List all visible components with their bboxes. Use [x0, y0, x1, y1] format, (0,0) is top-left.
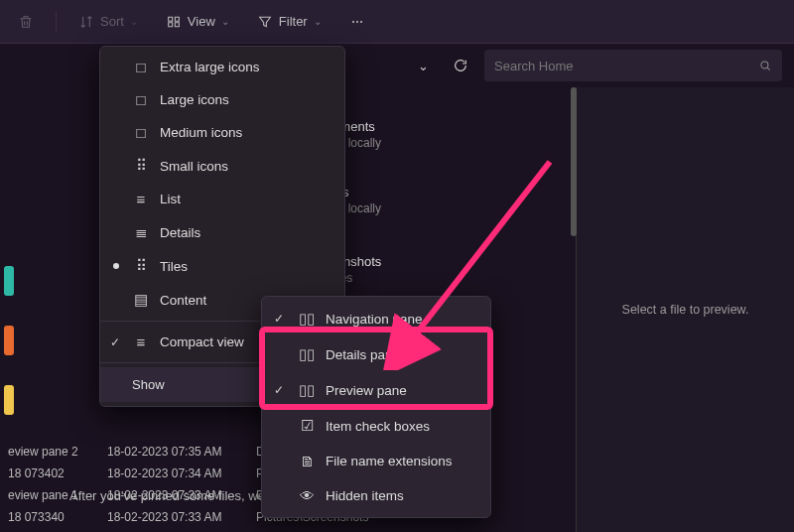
file-date: 18-02-2023 07:34 AM — [107, 466, 256, 480]
search-input[interactable] — [494, 59, 750, 73]
layout-icon: ⠿ — [132, 257, 150, 275]
compact-icon: ≡ — [132, 333, 150, 350]
view-option-medium-icons[interactable]: □Medium icons — [100, 116, 344, 149]
trash-icon — [18, 14, 34, 30]
show-option-preview-pane[interactable]: ✓▯▯Preview pane — [262, 372, 490, 408]
refresh-button[interactable] — [447, 52, 474, 79]
view-icon — [166, 14, 182, 30]
menu-item-label: Medium icons — [160, 125, 242, 140]
menu-item-label: Item check boxes — [326, 419, 430, 434]
file-name: 18 073340 — [8, 510, 107, 524]
file-icon: 🗎 — [298, 453, 316, 469]
svg-point-0 — [352, 20, 354, 22]
refresh-icon — [453, 58, 468, 73]
view-label: View — [188, 14, 215, 29]
filter-icon — [257, 14, 273, 30]
svg-point-1 — [356, 20, 358, 22]
layout-icon: ⠿ — [132, 157, 150, 175]
filter-button[interactable]: Filter ⌄ — [247, 8, 331, 36]
preview-empty-text: Select a file to preview. — [622, 303, 749, 317]
view-option-list[interactable]: ≡List — [100, 183, 344, 215]
show-option-navigation-pane[interactable]: ✓▯▯Navigation pane — [262, 301, 490, 336]
delete-button — [8, 8, 44, 36]
sort-label: Sort — [100, 14, 124, 29]
menu-item-label: Small icons — [160, 159, 228, 174]
svg-point-3 — [761, 62, 768, 68]
menu-item-label: List — [160, 192, 181, 206]
menu-item-label: Compact view — [160, 334, 244, 349]
layout-icon: ≣ — [132, 223, 150, 241]
chevron-down-icon: ⌄ — [221, 16, 229, 27]
file-date: 18-02-2023 07:35 AM — [107, 445, 256, 459]
checkbox-icon: ☑ — [298, 417, 316, 435]
chevron-down-icon: ⌄ — [314, 16, 322, 27]
view-option-large-icons[interactable]: □Large icons — [100, 83, 344, 116]
menu-item-label: Preview pane — [326, 383, 407, 398]
sidebar-item[interactable] — [4, 326, 14, 355]
check-icon: ✓ — [274, 312, 284, 326]
layout-icon: □ — [132, 59, 150, 75]
show-option-item-check-boxes[interactable]: ☑Item check boxes — [262, 408, 490, 444]
sidebar-tabs — [0, 266, 42, 415]
view-option-tiles[interactable]: ⠿Tiles — [100, 249, 344, 283]
view-button[interactable]: View ⌄ — [156, 8, 239, 36]
menu-item-label: Hidden items — [326, 488, 404, 503]
menu-item-label: Details pane — [326, 347, 400, 362]
toolbar: Sort ⌄ View ⌄ Filter ⌄ — [0, 0, 794, 44]
chevron-down-icon: ⌄ — [418, 59, 429, 73]
menu-item-label: Extra large icons — [160, 60, 260, 74]
pane-icon: ▯▯ — [298, 381, 316, 399]
sidebar-item[interactable] — [4, 385, 14, 415]
layout-icon: ≡ — [132, 191, 150, 207]
selected-bullet-icon — [113, 263, 119, 269]
more-button[interactable] — [339, 8, 375, 36]
file-date: 18-02-2023 07:33 AM — [107, 510, 256, 524]
preview-pane: Select a file to preview. — [576, 87, 794, 532]
recent-dropdown[interactable]: ⌄ — [409, 52, 437, 79]
eye-icon: 👁 — [298, 487, 316, 504]
check-icon: ✓ — [274, 383, 284, 397]
search-box[interactable] — [484, 50, 782, 81]
ellipsis-icon — [349, 14, 365, 30]
file-date: 18-02-2023 07:33 AM — [107, 488, 256, 502]
layout-icon: □ — [132, 91, 150, 108]
sort-button: Sort ⌄ — [68, 8, 148, 36]
menu-item-label: Navigation pane — [326, 312, 423, 327]
sort-icon — [78, 14, 94, 30]
scrollbar[interactable] — [571, 87, 577, 236]
show-option-file-name-extensions[interactable]: 🗎File name extensions — [262, 444, 490, 478]
menu-item-label: Details — [160, 225, 200, 240]
pane-icon: ▯▯ — [298, 345, 316, 363]
layout-icon: □ — [132, 124, 150, 141]
view-option-small-icons[interactable]: ⠿Small icons — [100, 149, 344, 183]
view-option-extra-large-icons[interactable]: □Extra large icons — [100, 51, 344, 83]
menu-item-label: Content — [160, 293, 206, 308]
menu-item-label: File name extensions — [326, 454, 453, 468]
separator — [56, 11, 57, 33]
show-submenu: ✓▯▯Navigation pane ▯▯Details pane ✓▯▯Pre… — [261, 296, 491, 518]
view-option-details[interactable]: ≣Details — [100, 215, 344, 249]
show-option-hidden-items[interactable]: 👁Hidden items — [262, 478, 490, 513]
svg-point-2 — [360, 20, 362, 22]
search-icon — [758, 59, 772, 72]
pane-icon: ▯▯ — [298, 310, 316, 328]
menu-item-label: Tiles — [160, 259, 188, 274]
check-icon: ✓ — [110, 335, 120, 349]
show-option-details-pane[interactable]: ▯▯Details pane — [262, 336, 490, 372]
menu-item-label: Show — [132, 377, 165, 392]
menu-item-label: Large icons — [160, 92, 229, 107]
file-name: eview pane 1 — [8, 488, 107, 502]
chevron-down-icon: ⌄ — [130, 16, 138, 27]
filter-label: Filter — [279, 14, 308, 29]
sidebar-item[interactable] — [4, 266, 14, 296]
layout-icon: ▤ — [132, 291, 150, 309]
file-name: eview pane 2 — [8, 445, 107, 459]
file-name: 18 073402 — [8, 466, 107, 480]
